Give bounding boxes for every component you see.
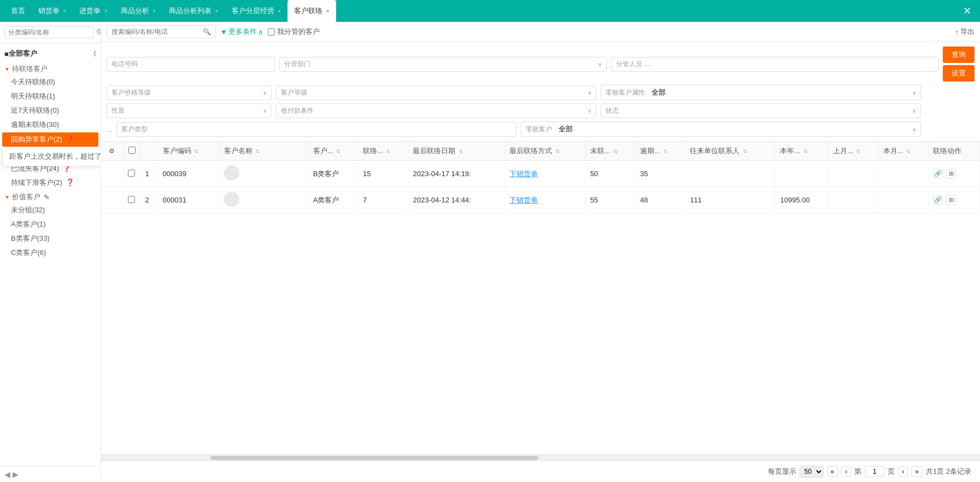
- query-button[interactable]: 查询: [943, 47, 975, 63]
- sidebar-item-7days[interactable]: 近7天待联络(0): [0, 103, 101, 118]
- td-check-2[interactable]: [123, 187, 140, 213]
- sidebar-right-arrow[interactable]: ▶: [13, 470, 19, 479]
- sidebar-search-icon[interactable]: 🔍: [96, 28, 101, 37]
- td-name-1[interactable]: [219, 161, 308, 187]
- sidebar-item-tomorrow[interactable]: 明天待联络(1): [0, 89, 101, 103]
- td-name-2[interactable]: [219, 187, 308, 213]
- th-unit-contact[interactable]: 往来单位联系人 ⇅: [685, 142, 776, 161]
- row1-checkbox[interactable]: [128, 170, 135, 177]
- td-check-1[interactable]: [123, 161, 140, 187]
- th-code[interactable]: 客户编码 ⇅: [158, 142, 219, 161]
- row2-link-icon[interactable]: 🔗: [933, 195, 943, 205]
- nav-customer-contact[interactable]: 客户联络 ×: [287, 0, 336, 22]
- nav-customer-seg-close[interactable]: ×: [278, 8, 281, 14]
- sort-name-icon[interactable]: ⇅: [255, 148, 260, 154]
- phone-field[interactable]: 电话号码: [107, 57, 275, 72]
- nav-purchase[interactable]: 进货单 ×: [73, 0, 114, 22]
- sidebar-section-pending[interactable]: ▼ 待联络客户: [0, 62, 101, 75]
- th-check[interactable]: [123, 142, 140, 161]
- td-last-type-1[interactable]: 下销货单: [505, 161, 585, 187]
- retail-attr-field[interactable]: 零散客户属性 全部 ∨: [601, 85, 921, 100]
- nav-analysis[interactable]: 商品分析 ×: [114, 0, 162, 22]
- sidebar-left-arrow[interactable]: ◀: [4, 470, 10, 479]
- nav-analysis-list[interactable]: 商品分析列表 ×: [162, 0, 225, 22]
- price-level-field[interactable]: 客户价格等级 ∨: [107, 85, 272, 100]
- person-more-btn[interactable]: ...: [644, 60, 650, 68]
- window-close-button[interactable]: ✕: [959, 5, 976, 17]
- sort-date-icon[interactable]: ⇅: [459, 148, 463, 154]
- set-button[interactable]: 设置: [943, 65, 975, 82]
- th-last-month[interactable]: 上月... ⇅: [829, 142, 878, 161]
- sidebar-item-repurchase-abnormal[interactable]: 回购异常客户(2) ❓ 距客户上次交易时长，超过了此客户的平均交易周期的1.5倍…: [2, 132, 98, 147]
- td-code-2[interactable]: 000031: [158, 187, 219, 213]
- last-page-button[interactable]: »: [911, 466, 923, 477]
- status-field[interactable]: 状态 ∨: [601, 103, 921, 118]
- per-page-select[interactable]: 50: [800, 466, 824, 478]
- horizontal-scrollbar[interactable]: [101, 454, 980, 461]
- sort-last-type-icon[interactable]: ⇅: [555, 148, 560, 154]
- page-input[interactable]: [865, 466, 884, 477]
- sidebar-item-a-class[interactable]: A类客户(1): [0, 217, 101, 231]
- row2-checkbox[interactable]: [128, 196, 135, 203]
- nav-home[interactable]: 首页: [4, 0, 32, 22]
- nav-sales-close[interactable]: ×: [63, 8, 66, 14]
- nav-customer-contact-close[interactable]: ×: [326, 8, 329, 14]
- my-customer-filter[interactable]: 我分管的客户: [268, 27, 320, 37]
- th-gear[interactable]: ⚙: [101, 142, 123, 161]
- th-overdue[interactable]: 逾期... ⇅: [636, 142, 685, 161]
- sidebar-item-declining[interactable]: 持续下滑客户(2) ❓: [0, 176, 101, 190]
- sort-lastmonth-icon[interactable]: ⇅: [856, 148, 860, 154]
- nav-analysis-close[interactable]: ×: [152, 8, 156, 14]
- retail-customer-field[interactable]: 零散客户 全部 ∨: [521, 121, 921, 137]
- row1-link-icon[interactable]: 🔗: [933, 169, 943, 179]
- td-last-type-2[interactable]: 下销货单: [505, 187, 585, 213]
- sort-unit-icon[interactable]: ⇅: [743, 148, 747, 154]
- customer-level-field[interactable]: 客户等级 ∨: [276, 85, 596, 100]
- sidebar-section-value[interactable]: ▼ 价值客户 ✎: [0, 190, 101, 203]
- sort-overdue-icon[interactable]: ⇅: [663, 148, 667, 154]
- th-type[interactable]: 客户... ⇅: [308, 142, 358, 161]
- th-uncontacted[interactable]: 未联... ⇅: [585, 142, 635, 161]
- sidebar-item-today[interactable]: 今天待联络(0): [0, 75, 101, 89]
- select-all-checkbox[interactable]: [128, 147, 136, 154]
- search-input[interactable]: [112, 28, 203, 36]
- sidebar-item-overdue[interactable]: 逾期未联络(30): [0, 118, 101, 132]
- nav-analysis-list-close[interactable]: ×: [215, 8, 218, 14]
- more-conditions-btn[interactable]: ▼ 更多条件 ∧: [220, 27, 263, 37]
- sort-code-icon[interactable]: ⇅: [194, 148, 198, 154]
- th-name[interactable]: 客户名称 ⇅: [219, 142, 308, 161]
- person-field[interactable]: 分管人员 ...: [611, 57, 938, 72]
- scroll-thumb[interactable]: [210, 456, 538, 460]
- nav-sales[interactable]: 销货单 ×: [32, 0, 73, 22]
- sidebar-collapse-icon[interactable]: 《: [90, 50, 96, 58]
- th-this-month[interactable]: 本月... ⇅: [878, 142, 928, 161]
- th-this-year[interactable]: 本年... ⇅: [776, 142, 829, 161]
- th-contact[interactable]: 联络... ⇅: [359, 142, 408, 161]
- row1-grid-icon[interactable]: ⊞: [946, 169, 956, 179]
- td-code-1[interactable]: 000039: [158, 161, 219, 187]
- sidebar-item-ungroup[interactable]: 未分组(32): [0, 203, 101, 217]
- sidebar-all-customers[interactable]: ■ 全部客户 《: [0, 45, 101, 62]
- th-last-type[interactable]: 最后联络方式 ⇅: [505, 142, 585, 161]
- first-page-button[interactable]: «: [827, 466, 838, 477]
- th-last-date[interactable]: 最后联络日期 ⇅: [408, 142, 505, 161]
- export-button[interactable]: ↑ 导出: [955, 27, 975, 37]
- sort-year-icon[interactable]: ⇅: [803, 148, 808, 154]
- sidebar-item-c-class[interactable]: C类客户(6): [0, 246, 101, 260]
- my-customer-checkbox[interactable]: [268, 28, 275, 36]
- sort-thismonth-icon[interactable]: ⇅: [906, 148, 911, 154]
- nav-customer-seg[interactable]: 客户分层经营 ×: [225, 0, 287, 22]
- sort-uncontact-icon[interactable]: ⇅: [613, 148, 618, 154]
- row2-grid-icon[interactable]: ⊞: [946, 195, 956, 205]
- payment-field[interactable]: 收付款条件 ∨: [276, 103, 596, 118]
- search-icon[interactable]: 🔍: [203, 28, 211, 36]
- dept-field[interactable]: 分管部门 ∨: [279, 57, 607, 72]
- sort-contact-icon[interactable]: ⇅: [386, 148, 390, 154]
- sidebar-item-b-class[interactable]: B类客户(33): [0, 231, 101, 246]
- next-page-button[interactable]: ›: [898, 466, 908, 477]
- customer-type-field[interactable]: 客户类型: [116, 122, 517, 137]
- sort-type-icon[interactable]: ⇅: [336, 148, 341, 154]
- nav-purchase-close[interactable]: ×: [104, 8, 107, 14]
- more-filters-btn[interactable]: ...: [107, 126, 112, 133]
- prev-page-button[interactable]: ‹: [841, 466, 851, 477]
